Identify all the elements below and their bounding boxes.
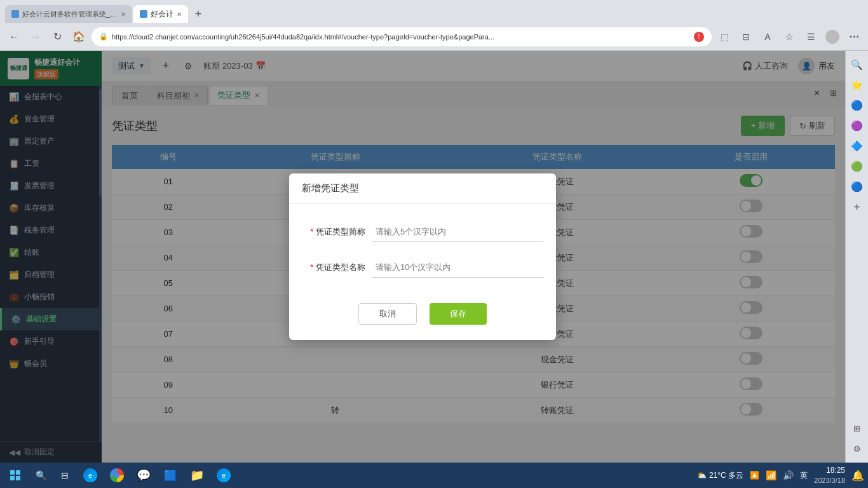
collections-button[interactable]: ☰ <box>802 28 820 46</box>
rs-outlook-button[interactable]: 🔷 <box>848 137 866 155</box>
form-row-short: * 凭证类型简称 <box>302 222 543 242</box>
favorites-button[interactable]: ☆ <box>780 28 798 46</box>
modal-header: 新增凭证类型 <box>289 173 556 204</box>
apps-taskbar-button[interactable]: 🟦 <box>159 465 182 485</box>
rs-edge-button[interactable]: 🔵 <box>848 178 866 196</box>
name-label: * 凭证类型名称 <box>302 262 372 273</box>
modal-footer: 取消 保存 <box>289 295 556 340</box>
short-label: * 凭证类型简称 <box>302 226 372 238</box>
new-tab-button[interactable]: + <box>189 6 207 22</box>
modal-dialog: 新增凭证类型 * 凭证类型简称 * 凭证类型名称 <box>289 173 556 340</box>
more-options-button[interactable]: ⋯ <box>845 28 863 46</box>
weather-icon: ⛅ <box>697 471 707 480</box>
close-icon-tab2[interactable]: ✕ <box>177 11 182 18</box>
browser-tab-2[interactable]: 好会计 ✕ <box>133 5 188 23</box>
weather-info[interactable]: ⛅ 21°C 多云 <box>697 470 743 481</box>
close-icon-tab1[interactable]: ✕ <box>121 11 126 18</box>
rs-add-button[interactable]: + <box>848 198 866 216</box>
back-button[interactable]: ← <box>5 28 23 46</box>
modal-body: * 凭证类型简称 * 凭证类型名称 <box>289 204 556 295</box>
cancel-button[interactable]: 取消 <box>358 303 417 325</box>
edge-taskbar-button[interactable]: e <box>79 465 102 485</box>
clock[interactable]: 18:25 2023/3/18 <box>814 465 845 485</box>
form-row-name: * 凭证类型名称 <box>302 257 543 278</box>
start-button[interactable] <box>4 465 27 485</box>
address-bar-row: ← → ↻ 🏠 🔒 https://cloud2.chanjet.com/acc… <box>0 23 868 51</box>
short-input[interactable] <box>372 222 543 242</box>
address-text: https://cloud2.chanjet.com/accounting/uh… <box>112 33 690 41</box>
edge2-taskbar-button[interactable]: e <box>212 465 235 485</box>
rs-collections-button[interactable]: 🔵 <box>848 97 866 114</box>
taskbar: 🔍 ⊟ e 💬 🟦 📁 e ⛅ 21°C 多云 🔼 📶 🔊 英 18:25 20… <box>0 463 868 488</box>
address-input[interactable]: 🔒 https://cloud2.chanjet.com/accounting/… <box>92 27 712 46</box>
task-view-button[interactable]: ⊟ <box>55 465 75 485</box>
modal-overlay: 新增凭证类型 * 凭证类型简称 * 凭证类型名称 <box>0 51 845 463</box>
save-button[interactable]: 保存 <box>430 303 487 325</box>
search-taskbar-button[interactable]: 🔍 <box>31 465 51 485</box>
forward-button[interactable]: → <box>27 28 44 46</box>
translate-button[interactable]: A <box>759 28 776 46</box>
files-taskbar-button[interactable]: 📁 <box>186 465 208 485</box>
rs-settings-button[interactable]: ⚙ <box>848 440 866 458</box>
browser-chrome: 好会计云财务软件管理系统_会计 ✕ 好会计 ✕ + <box>0 0 868 23</box>
chrome-taskbar-button[interactable] <box>105 465 128 485</box>
security-warning-icon: ! <box>694 32 704 42</box>
extensions-button[interactable]: ⬚ <box>715 28 733 46</box>
home-nav-button[interactable]: 🏠 <box>70 28 88 46</box>
wifi-icon: 📶 <box>766 470 776 480</box>
right-sidebar: 🔍 ⭐ 🔵 🟣 🔷 🟢 🔵 + ⊞ ⚙ <box>845 51 868 463</box>
lock-icon: 🔒 <box>99 32 108 41</box>
rs-ai-button[interactable]: 🟣 <box>848 117 866 135</box>
ime-indicator[interactable]: 英 <box>800 470 808 481</box>
browser-tab-1[interactable]: 好会计云财务软件管理系统_会计 ✕ <box>5 5 132 23</box>
network-up-icon: 🔼 <box>750 471 759 480</box>
profile-button[interactable] <box>824 28 841 46</box>
split-view-button[interactable]: ⊟ <box>737 28 755 46</box>
wechat-taskbar-button[interactable]: 💬 <box>132 465 155 485</box>
rs-favorites-button[interactable]: ⭐ <box>848 76 866 94</box>
rs-table-button[interactable]: ⊞ <box>848 419 866 437</box>
taskbar-right: ⛅ 21°C 多云 🔼 📶 🔊 英 18:25 2023/3/18 🔔 <box>697 465 864 485</box>
refresh-nav-button[interactable]: ↻ <box>48 28 66 46</box>
rs-search-button[interactable]: 🔍 <box>848 56 866 74</box>
rs-teams-button[interactable]: 🟢 <box>848 158 866 175</box>
speaker-icon: 🔊 <box>783 470 794 480</box>
name-input[interactable] <box>372 257 543 278</box>
notifications-button[interactable]: 🔔 <box>851 470 864 482</box>
